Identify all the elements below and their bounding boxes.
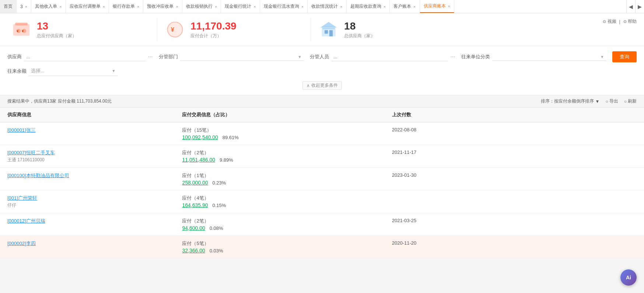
nav-tab-customer-account[interactable]: 客户账本 × bbox=[390, 0, 420, 13]
last-pay-date-4: 2021-03-25 bbox=[392, 218, 417, 223]
close-icon[interactable]: × bbox=[340, 4, 342, 9]
filter-supplier: 供应商 ··· bbox=[7, 52, 153, 61]
video-link[interactable]: ⊙ 视频 bbox=[603, 18, 616, 25]
last-payment-4: 2021-03-25 bbox=[392, 218, 532, 223]
total-payable-number: 11,170.39 bbox=[190, 20, 237, 32]
nav-tab-3[interactable]: 3 × bbox=[17, 0, 31, 13]
nav-tab-collection[interactable]: 收款核销执行 × bbox=[182, 0, 221, 13]
supplier-link-4[interactable]: [000012]广州贝瑞 bbox=[7, 218, 182, 224]
refresh-label: 刷新 bbox=[628, 98, 637, 104]
supplier-link-0[interactable]: [000001]张三 bbox=[7, 127, 182, 134]
nav-tab-overdue[interactable]: 超期应收款查询 × bbox=[347, 0, 390, 13]
nav-tab-cash-stat[interactable]: 现金银行统计 × bbox=[221, 0, 260, 13]
nav-tab-other-income-label: 其他收入单 bbox=[35, 3, 57, 10]
table-row: [001]广州荣轩 仔仔 应付（4笔） 164,635.90 0.15% bbox=[0, 190, 644, 213]
trans-amount-4[interactable]: 94,600.00 bbox=[182, 225, 205, 231]
help-link[interactable]: ⊙ 帮助 bbox=[623, 18, 637, 25]
balance-select[interactable]: 选择... ▼ bbox=[29, 66, 118, 76]
transaction-info-5: 应付（5笔） 32,366.00 0.03% bbox=[182, 240, 392, 254]
top-navigation: 首页 3 × 其他收入单 × 应收应付调整单 × 银行存款单 × 预收冲应收单 … bbox=[0, 0, 644, 13]
collapse-button[interactable]: ∧ 收起更多条件 bbox=[302, 81, 342, 90]
person-dots-icon[interactable]: ··· bbox=[450, 54, 455, 60]
refresh-icon: ○ bbox=[624, 99, 627, 104]
close-icon[interactable]: × bbox=[448, 4, 450, 8]
table-row: [000012]广州贝瑞 应付（2笔） 94,600.00 0.08% 2021… bbox=[0, 213, 644, 236]
trans-amount-1[interactable]: 11,051,486.00 bbox=[182, 157, 215, 163]
nav-tab-supplier-account[interactable]: 供应商账本 × bbox=[420, 0, 454, 13]
trans-amount-0[interactable]: 100,092,540.00 bbox=[182, 134, 218, 140]
refresh-button[interactable]: ○ 刷新 bbox=[624, 98, 637, 104]
store-icon bbox=[318, 19, 339, 40]
close-icon[interactable]: × bbox=[384, 4, 386, 9]
close-icon[interactable]: × bbox=[59, 4, 62, 9]
close-icon[interactable]: × bbox=[25, 4, 27, 9]
collapse-icon: ∧ bbox=[307, 83, 310, 88]
payable-suppliers-label: 总应付供应商（家） bbox=[37, 33, 77, 39]
supplier-filter-label: 供应商 bbox=[7, 54, 22, 60]
trans-amount-5[interactable]: 32,366.00 bbox=[182, 248, 205, 254]
nav-tab-collection-stat[interactable]: 收款情况统计 × bbox=[308, 0, 346, 13]
nav-tab-bank-deposit[interactable]: 银行存款单 × bbox=[109, 0, 143, 13]
supplier-link-2[interactable]: [000100]本特勤油品有限公司 bbox=[7, 172, 182, 179]
transaction-info-0: 应付（15笔） 100,092,540.00 89.61% bbox=[182, 127, 392, 140]
search-button[interactable]: 查询 bbox=[612, 51, 637, 62]
supplier-sub-3: 仔仔 bbox=[7, 202, 182, 208]
nav-tab-home-label: 首页 bbox=[4, 3, 13, 10]
supplier-link-5[interactable]: [000002]李四 bbox=[7, 240, 182, 247]
close-icon[interactable]: × bbox=[413, 4, 416, 9]
table-row: [000002]李四 应付（5笔） 32,366.00 0.03% 2020-1… bbox=[0, 236, 644, 258]
person-input[interactable] bbox=[331, 52, 448, 61]
supplier-link-1[interactable]: [000007]恒旺二手叉车 bbox=[7, 149, 182, 156]
circle-icon: ⊙ bbox=[603, 19, 606, 24]
last-pay-date-2: 2023-01-30 bbox=[392, 172, 417, 178]
last-pay-date-5: 2020-11-20 bbox=[392, 240, 417, 246]
category-select[interactable]: ▼ bbox=[492, 53, 607, 61]
close-icon[interactable]: × bbox=[253, 4, 256, 9]
summary-total-supplier-text: 18 总供应商（家） bbox=[344, 20, 375, 39]
sort-selector[interactable]: 排序：按应付余额倒序排序 ▼ bbox=[541, 98, 600, 104]
trans-label-5: 应付（5笔） bbox=[182, 240, 209, 247]
trans-label-1: 应付（2笔） bbox=[182, 149, 209, 156]
close-icon[interactable]: × bbox=[137, 4, 139, 9]
table-header: 供应商信息 应付交易信息（占比） 上次付数 bbox=[0, 108, 644, 123]
export-button[interactable]: ○ 导出 bbox=[606, 98, 618, 104]
nav-tab-adjustment-label: 应收应付调整单 bbox=[70, 3, 101, 10]
nav-arrows: ◀ ▶ bbox=[626, 0, 644, 13]
category-dropdown-icon: ▼ bbox=[600, 55, 604, 59]
nav-tab-other-income[interactable]: 其他收入单 × bbox=[31, 0, 66, 13]
summary-payable-text: 13 总应付供应商（家） bbox=[37, 20, 77, 39]
top-right-links: ⊙ 视频 | ⊙ 帮助 bbox=[603, 18, 637, 25]
filter-area: 供应商 ··· 分管部门 ▼ 分管人员 ··· 往来单位分类 ▼ 查询 往来 bbox=[0, 46, 644, 95]
main-table: 供应商信息 应付交易信息（占比） 上次付数 [000001]张三 应付（15笔）… bbox=[0, 108, 644, 258]
supplier-input[interactable] bbox=[24, 52, 146, 61]
close-icon[interactable]: × bbox=[215, 4, 217, 9]
header-supplier: 供应商信息 bbox=[7, 111, 182, 118]
nav-tab-home[interactable]: 首页 bbox=[0, 0, 17, 13]
nav-tab-overdue-label: 超期应收款查询 bbox=[350, 3, 381, 10]
nav-left-arrow[interactable]: ◀ bbox=[626, 0, 635, 13]
filter-row-2: 往来余额 选择... ▼ bbox=[7, 66, 118, 76]
filter-balance: 往来余额 选择... ▼ bbox=[7, 66, 118, 76]
close-icon[interactable]: × bbox=[103, 4, 105, 9]
nav-tab-adjustment[interactable]: 应收应付调整单 × bbox=[66, 0, 109, 13]
supplier-link-3[interactable]: [001]广州荣轩 bbox=[7, 195, 182, 201]
trans-percent-3: 0.15% bbox=[213, 203, 226, 208]
balance-placeholder: 选择... bbox=[31, 68, 112, 74]
last-payment-2: 2023-01-30 bbox=[392, 172, 532, 178]
svg-rect-1 bbox=[15, 23, 27, 25]
close-icon[interactable]: × bbox=[176, 4, 178, 9]
supplier-icon: ¥ ¥ bbox=[11, 19, 32, 40]
trans-amount-2[interactable]: 258,000.00 bbox=[182, 180, 208, 186]
sort-label: 排序：按应付余额倒序排序 bbox=[541, 98, 594, 104]
close-icon[interactable]: × bbox=[301, 4, 304, 9]
nav-tab-customer-account-label: 客户账本 bbox=[393, 3, 411, 10]
dept-select[interactable]: ▼ bbox=[180, 53, 304, 61]
nav-tab-cash-flow[interactable]: 现金银行流水查询 × bbox=[260, 0, 308, 13]
transaction-info-1: 应付（2笔） 11,051,486.00 9.89% bbox=[182, 149, 392, 163]
nav-right-arrow[interactable]: ▶ bbox=[635, 0, 644, 13]
supplier-info-0: [000001]张三 bbox=[7, 127, 182, 134]
nav-tab-prepay[interactable]: 预收冲应收单 × bbox=[143, 0, 182, 13]
supplier-dots-icon[interactable]: ··· bbox=[148, 54, 153, 60]
trans-amount-3[interactable]: 164,635.90 bbox=[182, 202, 208, 208]
filter-person: 分管人员 ··· bbox=[310, 52, 455, 61]
